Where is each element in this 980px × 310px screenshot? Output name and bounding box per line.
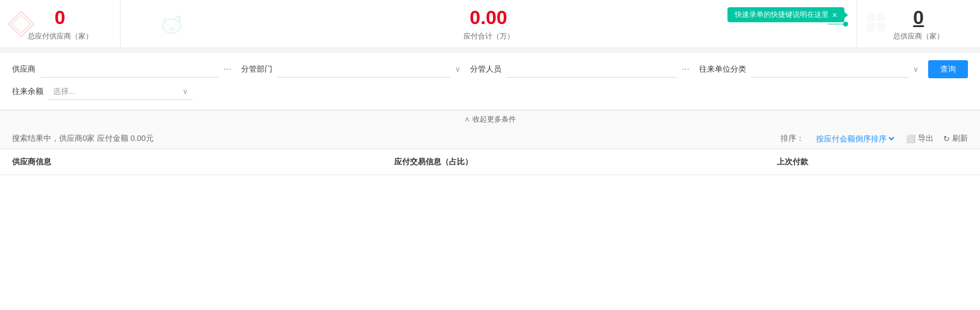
department-arrow[interactable]: ∨ [455,65,460,73]
table-header: 供应商信息 应付交易信息（占比） 上次付款 [0,149,980,175]
svg-rect-8 [867,23,875,31]
collapse-bar[interactable]: ∧ 收起更多条件 [0,110,980,128]
tooltip-close-button[interactable]: × [832,11,837,19]
manager-input[interactable] [506,61,677,78]
supplier-input[interactable] [40,61,219,78]
filter-balance: 往来余额 选择... ∨ [12,83,193,100]
filter-section: 供应商 ··· 分管部门 ∨ 分管人员 ··· 往来单位分类 ∨ 查询 往来余额 [0,53,980,110]
manager-label: 分管人员 [470,64,501,75]
sort-label: 排序： [781,133,804,144]
svg-point-3 [167,23,169,25]
table: 供应商信息 应付交易信息（占比） 上次付款 [0,149,980,310]
svg-rect-6 [867,13,875,20]
export-icon: ⬜ [906,134,916,143]
export-label: 导出 [918,133,934,144]
svg-rect-9 [877,23,885,31]
filter-row-1: 供应商 ··· 分管部门 ∨ 分管人员 ··· 往来单位分类 ∨ 查询 [12,60,968,78]
grid-bg-icon [863,9,893,39]
refresh-icon: ↻ [943,134,950,143]
col-supplier-header: 供应商信息 [12,157,394,167]
refresh-label: 刷新 [952,133,968,144]
filter-manager: 分管人员 ··· [470,61,689,78]
department-input[interactable] [277,61,450,78]
svg-point-5 [169,27,174,30]
results-summary: 搜索结果中，供应商0家 应付金额 0.00元 [12,133,154,144]
supplier-label: 供应商 [12,64,36,75]
collapse-text: ∧ 收起更多条件 [464,115,515,123]
export-button[interactable]: ⬜ 导出 [906,133,934,144]
unit-class-arrow[interactable]: ∨ [913,65,919,73]
payable-suppliers-number: 0 [55,6,66,29]
balance-select[interactable]: 选择... [48,83,193,100]
stat-total-suppliers: 0 总供应商（家） [857,0,980,48]
unit-class-label: 往来单位分类 [699,64,746,75]
supplier-dots-button[interactable]: ··· [224,64,231,75]
refresh-button[interactable]: ↻ 刷新 [943,133,968,144]
unit-class-input[interactable] [751,61,908,78]
tooltip-dot [843,22,848,26]
sort-select[interactable]: 按应付会额倒序排序 [814,134,896,144]
filter-department: 分管部门 ∨ [241,61,460,78]
svg-rect-7 [877,13,885,20]
total-suppliers-label: 总供应商（家） [893,31,944,42]
table-body [0,175,980,310]
stat-payable-suppliers: 0 总应付供应商（家） [0,0,121,48]
total-suppliers-number: 0 [913,6,924,29]
svg-point-4 [175,23,177,25]
query-button[interactable]: 查询 [928,60,968,78]
filter-unit-class: 往来单位分类 ∨ [699,61,919,78]
payable-total-label: 应付合计（万） [463,31,514,42]
tooltip-bubble: 快速录单的快捷键说明在这里 × [727,7,844,22]
payable-suppliers-label: 总应付供应商（家） [28,31,93,42]
filter-row-2: 往来余额 选择... ∨ [12,83,193,100]
filter-supplier: 供应商 ··· [12,61,231,78]
col-transaction-header: 应付交易信息（占比） [394,157,776,167]
payable-total-number: 0.00 [470,6,507,29]
stat-payable-total: 0.00 应付合计（万） 快速录单的快捷键说明在这里 × [121,0,857,48]
tooltip-text: 快速录单的快捷键说明在这里 [735,10,829,20]
balance-label: 往来余额 [12,86,43,97]
pig-bg-icon [157,9,187,39]
manager-dots-button[interactable]: ··· [682,64,689,75]
stats-bar: 0 总应付供应商（家） 0.00 应付合计（万） 快速录单的快捷键说明在这里 × [0,0,980,48]
department-label: 分管部门 [241,64,272,75]
results-actions: 排序： 按应付会额倒序排序 ⬜ 导出 ↻ 刷新 [781,133,968,144]
results-bar: 搜索结果中，供应商0家 应付金额 0.00元 排序： 按应付会额倒序排序 ⬜ 导… [0,128,980,149]
col-payment-header: 上次付款 [777,157,968,167]
